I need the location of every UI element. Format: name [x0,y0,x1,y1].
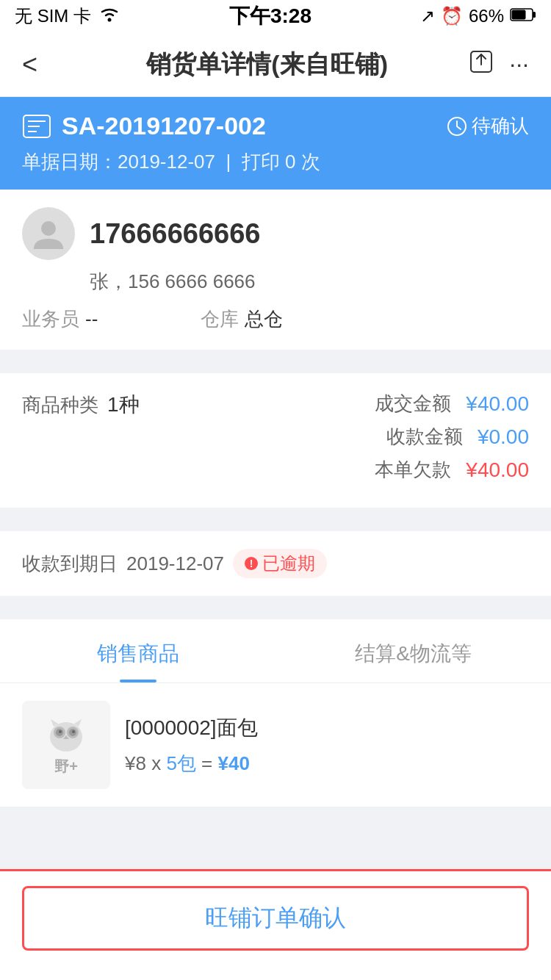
received-value: ¥0.00 [478,425,529,449]
amount-section: 商品种类 1种 成交金额 ¥40.00 收款金额 ¥0.00 本单欠款 ¥40.… [0,373,551,508]
order-meta: 单据日期：2019-12-07 | 打印 0 次 [22,149,529,175]
status-right: ↗ ⏰ 66% [420,6,536,26]
customer-name: 张，156 6666 6666 [90,269,529,295]
divider-3 [0,608,551,619]
location-icon: ↗ [420,6,435,26]
back-button[interactable]: < [22,49,66,80]
nav-actions: ··· [468,48,529,81]
warehouse-label: 仓库 [201,306,239,332]
product-type-value: 1种 [107,391,140,419]
product-type-area: 商品种类 1种 [22,391,140,419]
transaction-value: ¥40.00 [466,392,529,416]
more-icon[interactable]: ··· [509,51,529,78]
overdue-badge: ! 已逾期 [233,549,327,578]
wifi-icon [98,6,120,26]
multiply-sign: x [151,752,166,774]
received-label: 收款金额 [386,424,463,450]
order-status: 待确认 [447,113,529,139]
divider-2 [0,519,551,531]
battery-text: 66% [469,6,504,26]
tab-sales-label: 销售商品 [97,642,179,665]
battery-icon [510,6,536,26]
customer-details: 业务员 -- 仓库 总仓 [22,306,529,332]
overdue-text: 已逾期 [262,552,315,575]
svg-point-17 [72,730,75,733]
product-name: [0000002]面包 [125,714,529,742]
order-id: SA-20191207-002 [22,112,266,140]
product-thumbnail: 野+ [22,701,110,789]
product-quantity: 5包 [166,752,195,774]
share-icon[interactable] [468,48,494,81]
svg-point-0 [108,18,112,22]
transaction-label: 成交金额 [375,391,451,417]
salesman-label: 业务员 [22,306,79,332]
owed-value: ¥40.00 [466,458,529,482]
salesman-value: -- [85,308,98,331]
status-left: 无 SIM 卡 [15,4,120,28]
tab-sales-products[interactable]: 销售商品 [0,619,276,682]
customer-phone: 17666666666 [90,218,260,250]
amount-right: 成交金额 ¥40.00 收款金额 ¥0.00 本单欠款 ¥40.00 [375,391,529,490]
alarm-icon: ⏰ [441,6,463,26]
product-info: [0000002]面包 ¥8 x 5包 = ¥40 [125,714,529,777]
due-label: 收款到期日 [22,551,118,577]
divider-1 [0,361,551,373]
customer-section: 17666666666 张，156 6666 6666 业务员 -- 仓库 总仓 [0,190,551,350]
tab-settlement[interactable]: 结算&物流等 [276,619,551,682]
tab-bar: 销售商品 结算&物流等 [0,619,551,683]
confirm-order-button[interactable]: 旺铺订单确认 [22,886,529,951]
no-sim-text: 无 SIM 卡 [15,4,91,28]
svg-point-10 [41,221,56,236]
due-date: 2019-12-07 [126,552,224,575]
svg-rect-3 [511,10,525,20]
tab-settlement-label: 结算&物流等 [355,642,472,665]
product-price: ¥8 x 5包 = ¥40 [125,751,529,777]
nav-bar: < 销货单详情(来自旺铺) ··· [0,32,551,97]
equals-sign: = [201,752,217,774]
product-type-label: 商品种类 [22,392,98,418]
status-bar: 无 SIM 卡 下午3:28 ↗ ⏰ 66% [0,0,551,32]
owed-label: 本单欠款 [375,457,451,483]
product-brand-text: 野+ [54,757,78,777]
product-total: ¥40 [218,752,250,774]
svg-rect-2 [533,12,536,18]
status-time: 下午3:28 [229,2,311,30]
confirm-button-wrap: 旺铺订单确认 [0,869,551,980]
order-header: SA-20191207-002 待确认 单据日期：2019-12-07 | 打印… [0,97,551,190]
customer-avatar [22,207,75,260]
price-value: ¥8 [125,752,146,774]
product-item: 野+ [0000002]面包 ¥8 x 5包 = ¥40 [0,683,551,807]
overdue-icon: ! [245,557,258,570]
svg-point-16 [59,730,62,733]
due-section: 收款到期日 2019-12-07 ! 已逾期 [0,531,551,596]
product-section: 野+ [0000002]面包 ¥8 x 5包 = ¥40 [0,683,551,807]
page-title: 销货单详情(来自旺铺) [146,48,388,82]
warehouse-value: 总仓 [245,306,283,332]
